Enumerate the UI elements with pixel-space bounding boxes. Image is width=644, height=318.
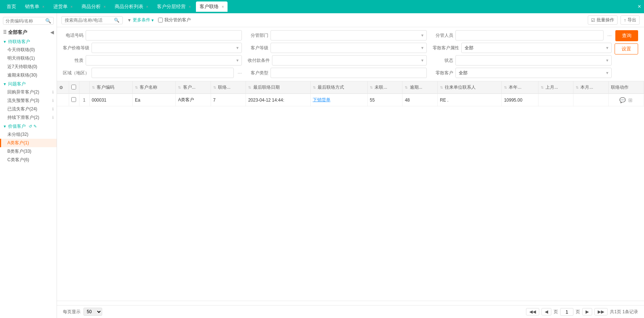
- close-icon[interactable]: ×: [222, 5, 224, 9]
- query-setting-group: 查询 设置: [615, 30, 638, 78]
- col-checkbox[interactable]: [69, 81, 79, 94]
- status-select[interactable]: ▾: [455, 55, 612, 66]
- col-contact-person[interactable]: ⇅ 往来单位联系人: [437, 81, 501, 94]
- overdue-contact[interactable]: 逾期未联络(30): [0, 71, 57, 80]
- info-icon: ℹ: [52, 90, 54, 95]
- week-pending[interactable]: 近7天待联络(0): [0, 63, 57, 71]
- next-btn[interactable]: ▶: [582, 308, 592, 315]
- sidebar-all-customers-header[interactable]: ⠿ 全部客户 ◀: [0, 28, 57, 37]
- row-last-method[interactable]: 下销货单: [310, 94, 367, 106]
- chat-icon[interactable]: 💬: [619, 97, 626, 103]
- price-grade-label: 客户价格等级: [63, 45, 89, 51]
- ellipsis-icon[interactable]: ···: [607, 32, 612, 38]
- nav-item-goods-list[interactable]: 商品分析列表 ×: [111, 1, 152, 12]
- phone-input[interactable]: [86, 30, 242, 40]
- col-last-method[interactable]: ⇅ 最后联络方式: [310, 81, 367, 94]
- customer-grade-select[interactable]: ▾: [271, 43, 427, 53]
- col-customer-name[interactable]: ⇅ 客户名称: [132, 81, 175, 94]
- next-next-btn[interactable]: ▶▶: [594, 308, 608, 315]
- batch-op-button[interactable]: ☑ 批量操作: [588, 15, 618, 25]
- ungroup[interactable]: 未分组(32): [0, 130, 57, 139]
- col-contact-count[interactable]: ⇅ 联络...: [211, 81, 246, 94]
- retail-attr-select[interactable]: 全部 ▾: [461, 43, 612, 53]
- query-button[interactable]: 查询: [615, 30, 638, 41]
- filter-row-2: 客户价格等级 ▾ 客户等级 ▾: [63, 43, 612, 53]
- price-grade-select[interactable]: ▾: [92, 43, 242, 53]
- nav-item-purchase[interactable]: 进货单 ×: [50, 1, 76, 12]
- close-icon[interactable]: ×: [71, 5, 73, 9]
- close-icon[interactable]: ×: [189, 5, 191, 9]
- c-class-customers[interactable]: C类客户(6): [0, 156, 57, 164]
- export-button[interactable]: ↑ 导出: [620, 15, 640, 25]
- row-check[interactable]: [71, 97, 76, 102]
- row-action[interactable]: 💬 ⊞: [608, 94, 644, 106]
- edit-icon[interactable]: ✎: [33, 124, 37, 129]
- filter-row-3: 性质 ▾ 收付款条件 ▾: [63, 55, 612, 66]
- churn-warning[interactable]: 流失预警客户(3) ℹ: [0, 96, 57, 105]
- continuous-decline[interactable]: 持续下滑客户(2) ℹ: [0, 113, 57, 122]
- setting-button[interactable]: 设置: [615, 43, 638, 54]
- col-settings[interactable]: ⚙: [57, 81, 69, 94]
- churned[interactable]: 已流失客户(24) ℹ: [0, 105, 57, 113]
- my-customers-check[interactable]: [158, 18, 163, 22]
- dept-select[interactable]: ▾: [271, 30, 427, 40]
- repurchase-abnormal[interactable]: 回购异常客户(2) ℹ: [0, 88, 57, 96]
- gear-icon[interactable]: ⚙: [59, 85, 63, 90]
- payment-select[interactable]: ▾: [272, 55, 427, 66]
- col-action-label: 联络动作: [611, 85, 629, 90]
- close-all-button[interactable]: ×: [638, 3, 641, 10]
- col-year-amount-label: 本年...: [509, 85, 521, 90]
- nav-item-customer-contact[interactable]: 客户联络 ×: [196, 1, 228, 12]
- retail-customer-select[interactable]: 全部 ▾: [455, 68, 612, 78]
- per-page-select[interactable]: 50 100 200: [83, 308, 102, 316]
- nav-item-customer-tier[interactable]: 客户分层经营 ×: [153, 1, 194, 12]
- select-all-checkbox[interactable]: [71, 85, 76, 89]
- col-this-month[interactable]: ⇅ 本月...: [573, 81, 608, 94]
- collapse-icon[interactable]: ◀: [50, 30, 54, 35]
- triangle-icon: ▼: [3, 40, 7, 44]
- scroll-area[interactable]: [57, 301, 644, 305]
- col-customer-code[interactable]: ⇅ 客户编码: [89, 81, 132, 94]
- page-label: 页: [554, 309, 558, 315]
- search-icon: 🔍: [114, 18, 119, 23]
- col-category[interactable]: ⇅ 客户...: [176, 81, 211, 94]
- search-icon: 🔍: [45, 18, 51, 24]
- col-last-date[interactable]: ⇅ 最后联络日期: [246, 81, 311, 94]
- close-icon[interactable]: ×: [104, 5, 106, 9]
- nav-item-home[interactable]: 首页: [3, 1, 20, 12]
- prev-btn[interactable]: ◀: [541, 308, 551, 315]
- more-filters-button[interactable]: ▼ 更多条件 ▾: [127, 17, 154, 23]
- status-field: 状态 ▾: [433, 55, 612, 66]
- search-box[interactable]: 🔍: [61, 16, 123, 24]
- b-class-customers[interactable]: B类客户(33): [0, 147, 57, 156]
- my-customers-checkbox[interactable]: 我分管的客户: [158, 17, 191, 23]
- search-input[interactable]: [65, 18, 112, 23]
- pending-contact-group[interactable]: ▼ 待联络客户: [0, 37, 57, 46]
- value-customers-group[interactable]: ▼ 价值客户 ↺ ✎: [0, 122, 57, 130]
- nature-select[interactable]: ▾: [86, 55, 242, 66]
- col-last-month[interactable]: ⇅ 上月...: [538, 81, 573, 94]
- region-input[interactable]: [92, 68, 234, 78]
- refresh-icon[interactable]: ↺: [29, 124, 32, 129]
- a-class-customers[interactable]: A类客户(1): [0, 139, 57, 147]
- prev-prev-btn[interactable]: ◀◀: [526, 308, 539, 315]
- ellipsis-icon[interactable]: ···: [237, 70, 242, 76]
- tomorrow-pending[interactable]: 明天待联络(1): [0, 54, 57, 63]
- sidebar-search-box[interactable]: 🔍: [3, 17, 54, 25]
- more-filters-label: 更多条件: [133, 17, 150, 23]
- col-overdue[interactable]: ⇅ 逾期...: [402, 81, 437, 94]
- col-no-contact[interactable]: ⇅ 未联...: [368, 81, 402, 94]
- nav-item-sales[interactable]: 销售单 ×: [21, 1, 48, 12]
- page-number-input[interactable]: [560, 308, 573, 316]
- close-icon[interactable]: ×: [146, 5, 149, 9]
- manager-input[interactable]: [455, 30, 604, 40]
- row-checkbox[interactable]: [69, 94, 79, 106]
- close-icon[interactable]: ×: [42, 5, 44, 9]
- sidebar-search-input[interactable]: [6, 18, 45, 24]
- today-pending[interactable]: 今天待联络(0): [0, 46, 57, 54]
- problem-customers-group[interactable]: ▼ 问题客户: [0, 80, 57, 88]
- qr-icon[interactable]: ⊞: [628, 97, 633, 103]
- col-year-amount[interactable]: ⇅ 本年...: [502, 81, 539, 94]
- nav-item-goods-analysis[interactable]: 商品分析 ×: [78, 1, 110, 12]
- customer-type-input[interactable]: [271, 68, 427, 78]
